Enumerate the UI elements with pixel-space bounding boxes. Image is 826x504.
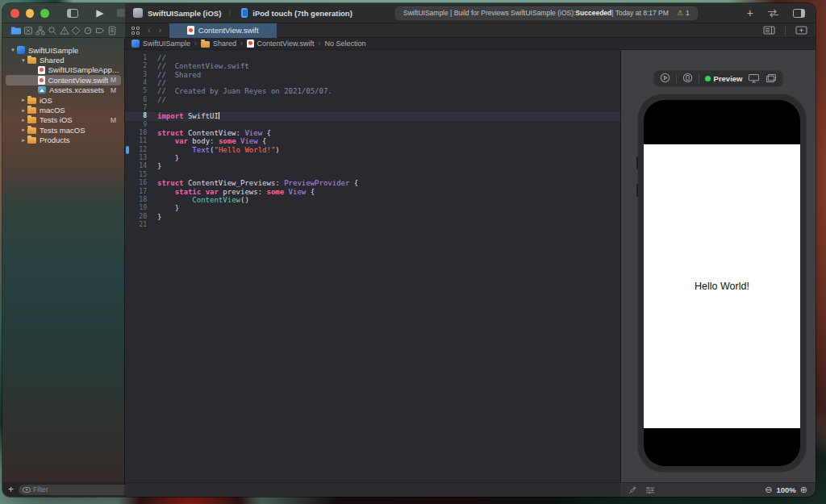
code-line[interactable]: 9 bbox=[125, 121, 620, 129]
line-number[interactable]: 13 bbox=[125, 154, 147, 162]
breadcrumb-item[interactable]: No Selection bbox=[324, 40, 365, 48]
line-number[interactable]: 6 bbox=[125, 96, 147, 104]
code-line[interactable]: 7 bbox=[125, 104, 620, 112]
version-editor-icon[interactable] bbox=[767, 9, 779, 18]
add-file-icon[interactable]: + bbox=[8, 484, 14, 495]
line-number[interactable]: 19 bbox=[125, 204, 147, 212]
file-row[interactable]: ▸Tests macOS bbox=[6, 125, 121, 135]
forward-icon[interactable]: › bbox=[159, 26, 162, 35]
code-line[interactable]: 15 bbox=[125, 171, 620, 179]
line-number[interactable]: 21 bbox=[125, 221, 147, 229]
zoom-in-icon[interactable]: ⊕ bbox=[800, 485, 807, 494]
preview-on-device-icon[interactable] bbox=[682, 72, 693, 86]
code-line[interactable]: 13 } bbox=[125, 154, 620, 162]
line-number[interactable]: 8 bbox=[125, 112, 147, 120]
code-line[interactable]: 20} bbox=[125, 213, 620, 221]
warning-icon[interactable]: ⚠ bbox=[677, 9, 683, 17]
test-navigator-icon[interactable] bbox=[71, 26, 81, 35]
pin-icon[interactable] bbox=[628, 483, 637, 498]
code-line[interactable]: 4// bbox=[125, 79, 620, 87]
line-number[interactable]: 14 bbox=[125, 162, 147, 170]
line-number[interactable]: 18 bbox=[125, 196, 147, 204]
code-line[interactable]: 14} bbox=[125, 162, 620, 170]
line-number[interactable]: 11 bbox=[125, 137, 147, 145]
project-navigator-icon[interactable] bbox=[10, 26, 21, 35]
scheme-target-label[interactable]: SwiftUISample (iOS) bbox=[148, 9, 221, 18]
line-number[interactable]: 16 bbox=[125, 179, 147, 187]
breakpoint-navigator-icon[interactable] bbox=[95, 26, 105, 35]
line-number[interactable]: 12 bbox=[125, 146, 147, 154]
code-line[interactable]: 5// Created by Juan Reyes on 2021/05/07. bbox=[125, 87, 620, 95]
code-line[interactable]: 12 Text("Hello World!") bbox=[125, 146, 620, 154]
related-items-icon[interactable] bbox=[131, 27, 140, 35]
scheme-selector[interactable]: SwiftUISample (iOS) 〉 iPod touch (7th ge… bbox=[133, 8, 353, 19]
debug-navigator-icon[interactable] bbox=[83, 26, 93, 35]
device-settings-icon[interactable] bbox=[748, 72, 760, 86]
file-row[interactable]: Assets.xcassetsM bbox=[6, 85, 121, 95]
file-row[interactable]: ▸macOS bbox=[6, 105, 121, 115]
source-editor[interactable]: 1//2// ContentView.swift3// Shared4//5//… bbox=[125, 50, 620, 482]
issue-navigator-icon[interactable] bbox=[60, 26, 69, 35]
disclosure-icon[interactable]: ▸ bbox=[19, 97, 27, 103]
add-editor-icon[interactable] bbox=[795, 23, 807, 38]
run-destination-label[interactable]: iPod touch (7th generation) bbox=[252, 9, 353, 18]
library-plus-icon[interactable]: + bbox=[747, 6, 753, 19]
tab-contentview[interactable]: ContentView.swift bbox=[169, 23, 276, 38]
breadcrumb-item[interactable]: Shared bbox=[201, 40, 236, 48]
disclosure-icon[interactable]: ▸ bbox=[19, 117, 27, 123]
code-line[interactable]: 1// bbox=[125, 54, 620, 62]
file-row[interactable]: ▾SwiftUISample bbox=[6, 45, 121, 55]
back-icon[interactable]: ‹ bbox=[148, 26, 151, 35]
zoom-out-icon[interactable]: ⊖ bbox=[765, 485, 772, 494]
disclosure-icon[interactable]: ▾ bbox=[9, 47, 17, 53]
symbol-navigator-icon[interactable] bbox=[35, 26, 45, 35]
code-line[interactable]: 11 var body: some View { bbox=[125, 137, 620, 145]
line-number[interactable]: 4 bbox=[125, 79, 147, 87]
code-line[interactable]: 21 bbox=[125, 221, 620, 229]
breadcrumb-item[interactable]: SwiftUISample bbox=[131, 40, 190, 48]
line-number[interactable]: 5 bbox=[125, 87, 147, 95]
live-preview-icon[interactable] bbox=[660, 72, 670, 86]
source-control-navigator-icon[interactable] bbox=[23, 26, 33, 35]
file-row[interactable]: ▸Tests iOSM bbox=[6, 115, 121, 125]
disclosure-icon[interactable]: ▸ bbox=[19, 107, 27, 114]
code-line[interactable]: 3// Shared bbox=[125, 71, 620, 79]
line-number[interactable]: 2 bbox=[125, 62, 147, 70]
code-line[interactable]: 17 static var previews: some View { bbox=[125, 188, 620, 196]
inspector-toggle-icon[interactable] bbox=[793, 9, 805, 18]
run-button[interactable]: ▶ bbox=[96, 7, 103, 19]
minimize-icon[interactable] bbox=[26, 9, 35, 18]
filter-input[interactable] bbox=[33, 485, 123, 494]
file-row[interactable]: SwiftUISampleApp.swift bbox=[6, 65, 121, 75]
code-line[interactable]: 19 } bbox=[125, 204, 620, 212]
line-number[interactable]: 1 bbox=[125, 54, 147, 62]
canvas-settings-icon[interactable] bbox=[645, 483, 655, 498]
file-row[interactable]: ▾Shared bbox=[6, 55, 121, 65]
close-icon[interactable] bbox=[10, 9, 19, 18]
code-line[interactable]: 10struct ContentView: View { bbox=[125, 129, 620, 137]
code-line[interactable]: 2// ContentView.swift bbox=[125, 62, 620, 70]
code-line[interactable]: 8import SwiftUI bbox=[125, 112, 620, 120]
find-navigator-icon[interactable] bbox=[48, 26, 57, 35]
file-row[interactable]: ContentView.swiftM bbox=[6, 75, 121, 85]
disclosure-icon[interactable]: ▸ bbox=[19, 137, 27, 144]
line-number[interactable]: 17 bbox=[125, 188, 147, 196]
preview-app-viewport[interactable]: Hello World! bbox=[644, 144, 800, 428]
disclosure-icon[interactable]: ▾ bbox=[19, 57, 27, 64]
editor-options-icon[interactable] bbox=[763, 23, 775, 38]
disclosure-icon[interactable]: ▸ bbox=[19, 127, 27, 133]
report-navigator-icon[interactable] bbox=[107, 26, 117, 35]
zoom-icon[interactable] bbox=[40, 9, 49, 18]
line-number[interactable]: 7 bbox=[125, 104, 147, 112]
line-number[interactable]: 20 bbox=[125, 213, 147, 221]
warning-count[interactable]: 1 bbox=[686, 9, 690, 17]
sidebar-toggle-icon[interactable] bbox=[67, 9, 78, 18]
duplicate-preview-icon[interactable] bbox=[766, 72, 777, 86]
code-line[interactable]: 6// bbox=[125, 96, 620, 104]
code-line[interactable]: 18 ContentView() bbox=[125, 196, 620, 204]
line-number[interactable]: 15 bbox=[125, 171, 147, 179]
jump-bar[interactable]: SwiftUISample›Shared›ContentView.swift›N… bbox=[125, 38, 816, 50]
file-row[interactable]: ▸Products bbox=[6, 135, 121, 145]
code-line[interactable]: 16struct ContentView_Previews: PreviewPr… bbox=[125, 179, 620, 187]
line-number[interactable]: 3 bbox=[125, 71, 147, 79]
